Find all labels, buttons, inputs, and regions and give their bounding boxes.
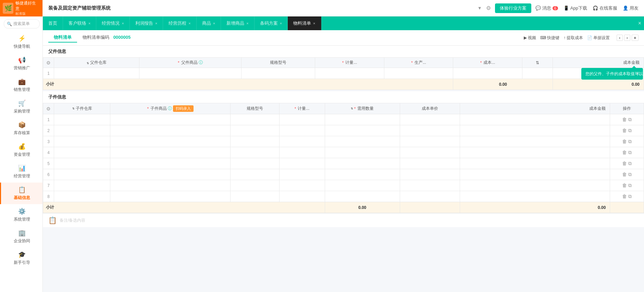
child-goods-3[interactable] (110, 136, 231, 147)
tab-customer[interactable]: 客户联络 × (63, 16, 96, 30)
child-goods-8[interactable] (110, 191, 231, 202)
child-warehouse-6[interactable] (54, 169, 110, 180)
child-unit-8[interactable] (279, 191, 325, 202)
child-warehouse-4[interactable] (54, 147, 110, 158)
parent-spec-1[interactable] (241, 68, 315, 79)
child-spec-6[interactable] (231, 169, 279, 180)
child-unit-cost-6[interactable] (400, 169, 460, 180)
sidebar-item-purchase[interactable]: 🛒 采购管理 (0, 96, 42, 118)
child-unit-cost-2[interactable] (400, 125, 460, 136)
child-spec-7[interactable] (231, 180, 279, 191)
close-tab-profit[interactable]: × (155, 21, 157, 25)
child-warehouse-8[interactable] (54, 191, 110, 202)
list-view-btn[interactable]: ≡ (632, 35, 639, 41)
sidebar-item-marketing[interactable]: 📢 营销推广 (0, 53, 42, 74)
gear-settings-icon[interactable]: ⚙ (46, 106, 51, 112)
parent-goods-1[interactable] (139, 68, 241, 79)
child-qty-8[interactable] (325, 191, 400, 202)
close-tab-bom[interactable]: × (313, 21, 315, 25)
copy-icon-8[interactable]: ⧉ (628, 194, 632, 199)
child-spec-4[interactable] (231, 147, 279, 158)
app-download-action[interactable]: 📱 App下载 (564, 5, 587, 11)
tab-bom[interactable]: 物料清单 × (288, 16, 321, 30)
tab-history[interactable]: 经营历程 × (163, 16, 196, 30)
child-warehouse-7[interactable] (54, 180, 110, 191)
child-qty-7[interactable] (325, 180, 400, 191)
close-tab-history[interactable]: × (188, 21, 190, 25)
sidebar-item-sales[interactable]: 💼 销售管理 (0, 74, 42, 96)
video-action[interactable]: ▶ 视频 (524, 35, 536, 41)
child-qty-4[interactable] (325, 147, 400, 158)
copy-icon-2[interactable]: ⧉ (628, 128, 632, 133)
tab-profit[interactable]: 利润报告 × (130, 16, 163, 30)
delete-icon-4[interactable]: 🗑 (622, 150, 627, 155)
close-tab-goods[interactable]: × (213, 21, 215, 25)
child-qty-2[interactable] (325, 125, 400, 136)
child-warehouse-1[interactable] (54, 114, 110, 125)
child-unit-4[interactable] (279, 147, 325, 158)
copy-icon-5[interactable]: ⧉ (628, 161, 632, 166)
sidebar-item-quick-nav[interactable]: ⚡ 快捷导航 (0, 31, 42, 53)
sidebar-item-basic-info[interactable]: 📋 基础信息 (0, 183, 42, 204)
close-all-tabs[interactable]: × (635, 16, 644, 30)
child-qty-5[interactable] (325, 158, 400, 169)
copy-icon-4[interactable]: ⧉ (628, 150, 632, 155)
child-spec-2[interactable] (231, 125, 279, 136)
extract-cost-action[interactable]: ↑ 提取成本 (564, 35, 583, 41)
search-button[interactable]: 🔍 搜索菜单 (4, 19, 40, 28)
close-tab-barcode[interactable]: × (280, 21, 282, 25)
child-unit-cost-5[interactable] (400, 158, 460, 169)
parent-produce-1[interactable] (384, 68, 453, 79)
child-unit-7[interactable] (279, 180, 325, 191)
doc-settings-action[interactable]: 📄 单据设置 (587, 35, 610, 41)
child-unit-cost-8[interactable] (400, 191, 460, 202)
child-qty-6[interactable] (325, 169, 400, 180)
child-warehouse-3[interactable] (54, 136, 110, 147)
child-unit-3[interactable] (279, 136, 325, 147)
child-unit-6[interactable] (279, 169, 325, 180)
copy-icon-3[interactable]: ⧉ (628, 139, 632, 144)
sidebar-item-finance[interactable]: 💰 资金管理 (0, 139, 42, 161)
child-spec-8[interactable] (231, 191, 279, 202)
parent-warehouse-1[interactable] (54, 68, 139, 79)
delete-icon-5[interactable]: 🗑 (622, 161, 627, 166)
tab-operations[interactable]: 经营情况 × (96, 16, 129, 30)
child-warehouse-2[interactable] (54, 125, 110, 136)
copy-icon-1[interactable]: ⧉ (628, 117, 632, 122)
copy-icon-7[interactable]: ⧉ (628, 183, 632, 188)
child-goods-5[interactable] (110, 158, 231, 169)
experience-btn[interactable]: 体验行业方案 (495, 3, 531, 13)
tab-home[interactable]: 首页 (43, 16, 63, 30)
delete-icon-2[interactable]: 🗑 (622, 128, 627, 133)
child-goods-7[interactable] (110, 180, 231, 191)
child-unit-cost-1[interactable] (400, 114, 460, 125)
parent-unit-1[interactable] (315, 68, 384, 79)
message-action[interactable]: 💬 消息 6 (535, 5, 558, 11)
child-unit-cost-4[interactable] (400, 147, 460, 158)
child-goods-2[interactable] (110, 125, 231, 136)
delete-icon-3[interactable]: 🗑 (622, 139, 627, 144)
child-unit-1[interactable] (279, 114, 325, 125)
scan-btn[interactable]: 扫码录入 (173, 105, 194, 112)
child-unit-cost-7[interactable] (400, 180, 460, 191)
sidebar-item-enterprise[interactable]: 🏢 企业协同 (0, 226, 42, 247)
child-spec-3[interactable] (231, 136, 279, 147)
settings-icon[interactable]: ⚙ (486, 5, 491, 11)
child-qty-1[interactable] (325, 114, 400, 125)
prev-doc-btn[interactable]: ‹ (617, 35, 623, 41)
delete-icon-6[interactable]: 🗑 (622, 172, 627, 177)
tab-barcode[interactable]: 条码方案 × (255, 16, 288, 30)
user-action[interactable]: 👤 用友 (623, 5, 639, 11)
shortcut-action[interactable]: ⌨ 快捷键 (540, 35, 559, 41)
online-service-action[interactable]: 🎧 在线客服 (593, 5, 617, 11)
sidebar-item-guide[interactable]: 🎓 新手引导 (0, 247, 42, 269)
child-warehouse-5[interactable] (54, 158, 110, 169)
tab-new-goods[interactable]: 新增商品 × (221, 16, 254, 30)
delete-icon-1[interactable]: 🗑 (622, 117, 627, 122)
dropdown-arrow-icon[interactable]: ▼ (478, 5, 482, 11)
parent-cost-1[interactable] (453, 68, 522, 79)
sidebar-item-operations[interactable]: 📊 经营管理 (0, 161, 42, 183)
sidebar-item-inventory[interactable]: 📦 库存核算 (0, 118, 42, 139)
child-spec-5[interactable] (231, 158, 279, 169)
child-spec-1[interactable] (231, 114, 279, 125)
